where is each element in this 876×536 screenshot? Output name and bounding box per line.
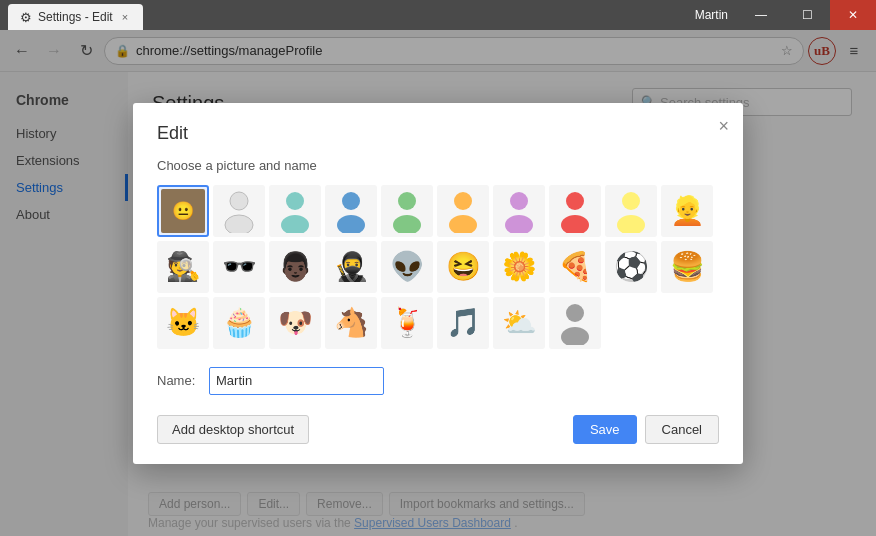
avatar-sunglasses[interactable]: 🕶️ bbox=[213, 241, 265, 293]
avatar-gray-silhouette[interactable] bbox=[549, 297, 601, 349]
add-desktop-shortcut-button[interactable]: Add desktop shortcut bbox=[157, 415, 309, 444]
modal-subtitle: Choose a picture and name bbox=[157, 158, 719, 173]
svg-point-15 bbox=[617, 215, 645, 233]
svg-point-7 bbox=[393, 215, 421, 233]
svg-point-6 bbox=[398, 192, 416, 210]
svg-point-5 bbox=[337, 215, 365, 233]
svg-point-9 bbox=[449, 215, 477, 233]
svg-point-2 bbox=[286, 192, 304, 210]
user-name: Martin bbox=[685, 8, 738, 22]
save-button[interactable]: Save bbox=[573, 415, 637, 444]
avatar-detective[interactable]: 🕵️ bbox=[157, 241, 209, 293]
svg-point-16 bbox=[566, 304, 584, 322]
avatar-soccer[interactable]: ⚽ bbox=[605, 241, 657, 293]
avatar-green-person[interactable] bbox=[381, 185, 433, 237]
close-tab-button[interactable]: × bbox=[119, 10, 131, 24]
avatar-afro[interactable]: 👨🏿 bbox=[269, 241, 321, 293]
name-label: Name: bbox=[157, 373, 197, 388]
titlebar-left: ⚙ Settings - Edit × bbox=[8, 0, 685, 30]
svg-point-8 bbox=[454, 192, 472, 210]
svg-point-12 bbox=[566, 192, 584, 210]
avatar-dog[interactable]: 🐶 bbox=[269, 297, 321, 349]
avatar-flower[interactable]: 🌼 bbox=[493, 241, 545, 293]
avatar-yellow-person[interactable] bbox=[605, 185, 657, 237]
avatar-burger[interactable]: 🍔 bbox=[661, 241, 713, 293]
edit-profile-modal: × Edit Choose a picture and name 😐 bbox=[133, 103, 743, 464]
svg-point-4 bbox=[342, 192, 360, 210]
avatar-music[interactable]: 🎵 bbox=[437, 297, 489, 349]
tab-settings-icon: ⚙ bbox=[20, 10, 32, 25]
close-window-button[interactable]: ✕ bbox=[830, 0, 876, 30]
name-row: Name: bbox=[157, 367, 719, 395]
name-input[interactable] bbox=[209, 367, 384, 395]
avatar-cocktail[interactable]: 🍹 bbox=[381, 297, 433, 349]
svg-point-3 bbox=[281, 215, 309, 233]
avatar-cupcake[interactable]: 🧁 bbox=[213, 297, 265, 349]
avatar-cat[interactable]: 🐱 bbox=[157, 297, 209, 349]
svg-point-10 bbox=[510, 192, 528, 210]
titlebar: ⚙ Settings - Edit × Martin — ☐ ✕ bbox=[0, 0, 876, 30]
svg-point-0 bbox=[230, 192, 248, 210]
modal-overlay: × Edit Choose a picture and name 😐 bbox=[0, 30, 876, 536]
maximize-button[interactable]: ☐ bbox=[784, 0, 830, 30]
avatar-laughing[interactable]: 😆 bbox=[437, 241, 489, 293]
avatar-blue-person[interactable] bbox=[325, 185, 377, 237]
avatar-red-person[interactable] bbox=[549, 185, 601, 237]
avatar-teal-person[interactable] bbox=[269, 185, 321, 237]
avatar-purple-person[interactable] bbox=[493, 185, 545, 237]
cancel-button[interactable]: Cancel bbox=[645, 415, 719, 444]
svg-point-11 bbox=[505, 215, 533, 233]
avatar-alien[interactable]: 👽 bbox=[381, 241, 433, 293]
avatar-orange-person[interactable] bbox=[437, 185, 489, 237]
avatar-horse[interactable]: 🐴 bbox=[325, 297, 377, 349]
avatar-pizza[interactable]: 🍕 bbox=[549, 241, 601, 293]
active-tab[interactable]: ⚙ Settings - Edit × bbox=[8, 4, 143, 30]
modal-close-button[interactable]: × bbox=[718, 117, 729, 135]
avatar-cloud[interactable]: ⛅ bbox=[493, 297, 545, 349]
tab-title: Settings - Edit bbox=[38, 10, 113, 24]
svg-point-17 bbox=[561, 327, 589, 345]
avatar-white-silhouette[interactable] bbox=[213, 185, 265, 237]
svg-point-1 bbox=[225, 215, 253, 233]
modal-title: Edit bbox=[157, 123, 719, 144]
avatar-ninja[interactable]: 🥷 bbox=[325, 241, 377, 293]
avatar-photo[interactable]: 😐 bbox=[157, 185, 209, 237]
modal-footer: Add desktop shortcut Save Cancel bbox=[157, 415, 719, 444]
minimize-button[interactable]: — bbox=[738, 0, 784, 30]
svg-point-14 bbox=[622, 192, 640, 210]
modal-actions: Save Cancel bbox=[573, 415, 719, 444]
avatar-grid: 😐 bbox=[157, 185, 719, 349]
avatar-blonde-person[interactable]: 👱 bbox=[661, 185, 713, 237]
window-controls: — ☐ ✕ bbox=[738, 0, 876, 30]
svg-point-13 bbox=[561, 215, 589, 233]
